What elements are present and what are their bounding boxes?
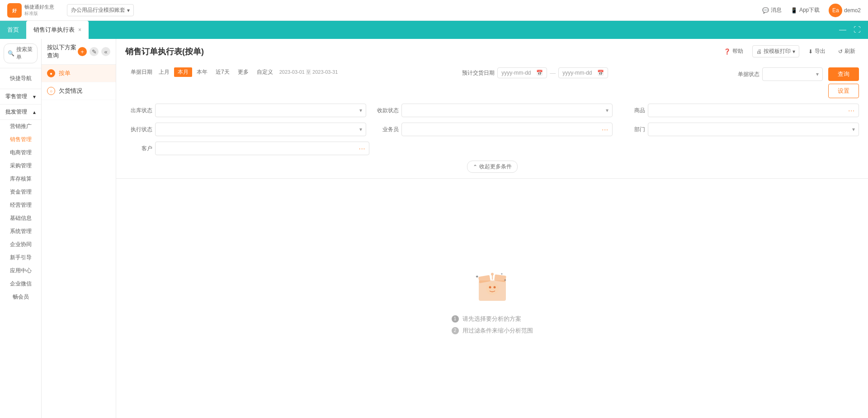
company-selector[interactable]: 办公用品行业模拟账套 ▾ (67, 4, 134, 16)
search-menu-button[interactable]: 🔍 搜索菜单 (4, 43, 38, 63)
sidebar-item-purchase[interactable]: 采购管理 (0, 159, 41, 172)
sidebar-item-inventory[interactable]: 库存核算 (0, 172, 41, 185)
left-panel-actions: + ✎ « (78, 47, 110, 56)
export-button[interactable]: ⬇ 导出 (805, 46, 829, 57)
goods-dots-icon: ··· (848, 107, 855, 114)
user-profile[interactable]: Ea demo2 (829, 4, 861, 17)
doc-status-chevron-icon: ▾ (816, 71, 819, 77)
calendar-icon-2: 📅 (597, 70, 604, 76)
date-tabs: 上月 本月 本年 近7天 更多 自定义 (155, 67, 277, 77)
svg-point-6 (489, 286, 491, 288)
dept-select[interactable]: ▾ (648, 123, 859, 136)
sidebar-section-retail: 零售管理 ▾ (0, 89, 41, 104)
exec-chevron-icon: ▾ (359, 126, 362, 133)
help-button[interactable]: ❓ 帮助 (720, 46, 747, 57)
tab-close-icon[interactable]: × (78, 27, 81, 33)
tab-home[interactable]: 首页 (0, 21, 26, 39)
salesperson-select[interactable]: ··· (401, 123, 613, 136)
header-right: 💬 消息 📱 App下载 Ea demo2 (762, 4, 861, 17)
calendar-icon: 📅 (536, 70, 543, 76)
customer-label: 客户 (125, 145, 152, 152)
sidebar: 🔍 搜索菜单 快捷导航 零售管理 ▾ 批发管理 ▴ 营销推广 销售管理 (0, 39, 42, 418)
sidebar-item-sales[interactable]: 销售管理 (0, 133, 41, 146)
salesperson-dots-icon: ··· (602, 126, 609, 133)
app-download-button[interactable]: 📱 App下载 (791, 6, 820, 14)
collection-select[interactable]: ▾ (401, 104, 613, 117)
svg-text:好: 好 (12, 8, 17, 13)
logo-area: 好 畅捷通好生意 标准版 (7, 3, 54, 18)
messages-button[interactable]: 💬 消息 (762, 6, 782, 14)
refresh-button[interactable]: ↺ 刷新 (835, 46, 859, 57)
outbound-label: 出库状态 (125, 107, 152, 114)
expected-date-start[interactable]: yyyy-mm-dd 📅 (497, 67, 547, 78)
empty-messages: 1 请先选择要分析的方案 2 用过滤条件来缩小分析范围 (452, 315, 533, 335)
expected-date-end[interactable]: yyyy-mm-dd 📅 (558, 67, 608, 78)
exec-status-select[interactable]: ▾ (155, 123, 366, 136)
svg-text:✦: ✦ (500, 272, 503, 276)
logo-text-area: 畅捷通好生意 标准版 (24, 4, 54, 16)
page-with-panel: 按以下方案查询 + ✎ « ● 按单 (42, 39, 868, 418)
tab-bar-right: — ⛶ (837, 24, 868, 36)
sidebar-item-wechat[interactable]: 企业微信 (0, 277, 41, 290)
add-scheme-button[interactable]: + (78, 47, 87, 56)
sidebar-item-operations[interactable]: 经营管理 (0, 199, 41, 212)
message-icon: 💬 (762, 7, 769, 14)
chevron-up-icon: ▴ (33, 109, 36, 115)
top-header: 好 畅捷通好生意 标准版 办公用品行业模拟账套 ▾ 💬 消息 📱 App下载 E… (0, 0, 868, 21)
sidebar-item-enterprise[interactable]: 企业协同 (0, 238, 41, 251)
svg-text:✦: ✦ (475, 274, 479, 279)
sidebar-item-newbie[interactable]: 新手引导 (0, 251, 41, 264)
sidebar-item-marketing[interactable]: 营销推广 (0, 120, 41, 133)
sidebar-item-member[interactable]: 畅会员 (0, 290, 41, 304)
collapse-filters-button[interactable]: ⌃ 收起更多条件 (467, 161, 518, 173)
header-left: 好 畅捷通好生意 标准版 办公用品行业模拟账套 ▾ (7, 3, 134, 18)
collapse-panel-button[interactable]: « (101, 47, 110, 56)
date-tab-this-month[interactable]: 本月 (174, 67, 192, 77)
dept-chevron-icon: ▾ (852, 126, 855, 133)
edit-scheme-button[interactable]: ✎ (90, 47, 99, 56)
doc-status-label: 单据状态 (732, 71, 760, 78)
sidebar-item-appstore[interactable]: 应用中心 (0, 264, 41, 277)
filter-area: 单据日期 上月 本月 本年 近7天 更多 自定义 2023-03-01 至 20… (116, 62, 868, 179)
date-range-text: 2023-03-01 至 2023-03-31 (279, 69, 338, 76)
svg-point-7 (493, 286, 495, 288)
tab-sales-orders[interactable]: 销售订单执行表 × (26, 21, 89, 39)
settings-button[interactable]: 设置 (828, 84, 859, 98)
msg-num-1: 1 (452, 315, 459, 323)
customer-select[interactable]: ··· (155, 142, 369, 155)
date-tab-custom[interactable]: 自定义 (253, 67, 277, 77)
scheme-icon-owe: ○ (47, 87, 55, 95)
sidebar-item-system[interactable]: 系统管理 (0, 225, 41, 238)
sidebar-item-quick[interactable]: 快捷导航 (0, 72, 41, 85)
expected-date-label: 预计交货日期 (462, 69, 495, 77)
date-label: 单据日期 (125, 68, 152, 76)
exec-status-label: 执行状态 (125, 126, 152, 133)
filter-collapse-row: ⌃ 收起更多条件 (125, 157, 859, 173)
date-tab-more[interactable]: 更多 (234, 67, 252, 77)
date-tab-last7[interactable]: 近7天 (212, 67, 233, 77)
maximize-icon[interactable]: ⛶ (852, 24, 863, 36)
scheme-item-orders[interactable]: ● 按单 (42, 65, 116, 82)
scheme-item-owe[interactable]: ○ 欠货情况 (42, 82, 116, 100)
dept-label: 部门 (618, 126, 645, 133)
print-icon: 🖨 (756, 48, 762, 55)
sidebar-quick-nav: 快捷导航 (0, 68, 41, 89)
goods-select[interactable]: ··· (648, 104, 859, 117)
date-tab-this-year[interactable]: 本年 (193, 67, 211, 77)
sidebar-item-finance[interactable]: 资金管理 (0, 185, 41, 199)
date-tab-last-month[interactable]: 上月 (155, 67, 173, 77)
minimize-icon[interactable]: — (837, 24, 848, 36)
doc-status-select[interactable]: ▾ (762, 67, 823, 81)
sidebar-item-wholesale[interactable]: 批发管理 ▴ (0, 104, 41, 119)
print-button[interactable]: 🖨 按模板打印 ▾ (752, 45, 799, 57)
outbound-select[interactable]: ▾ (155, 104, 366, 117)
edit-icon: ✎ (92, 48, 97, 55)
query-button[interactable]: 查询 (828, 67, 859, 81)
plus-icon: + (80, 48, 84, 55)
svg-point-9 (491, 273, 494, 276)
sidebar-item-retail[interactable]: 零售管理 ▾ (0, 89, 41, 104)
sidebar-item-basic[interactable]: 基础信息 (0, 212, 41, 225)
empty-state-icon: ✦ ✦ ✦ (470, 262, 515, 308)
sidebar-item-ecommerce[interactable]: 电商管理 (0, 146, 41, 159)
collapse-icon: « (104, 48, 107, 55)
